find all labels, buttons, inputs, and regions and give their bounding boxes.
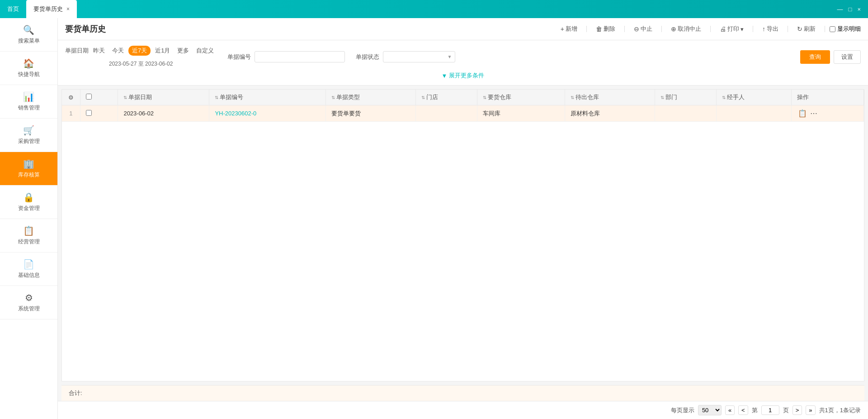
system-icon: ⚙ [25, 292, 33, 303]
th-doctype[interactable]: 单据类型 [326, 90, 416, 105]
row-checkbox[interactable] [80, 105, 118, 122]
search-menu-icon: 🔍 [23, 24, 34, 35]
table-body: 1 2023-06-02 YH-20230602-0 要货单要货 车间库 原材料… [62, 105, 864, 122]
sidebar-item-basic-info[interactable]: 📄 基础信息 [0, 252, 57, 286]
pagination: 每页显示 50 100 200 « < 第 页 > » 共1页，1条记录 [58, 401, 868, 419]
th-dept[interactable]: 部门 [655, 90, 717, 105]
divider4 [710, 26, 711, 32]
first-page-btn[interactable]: « [725, 405, 735, 415]
refresh-button[interactable]: ↻ 刷新 [793, 23, 820, 35]
next-page-btn[interactable]: > [793, 405, 802, 415]
prev-page-btn[interactable]: < [738, 405, 748, 415]
last-page-btn[interactable]: » [806, 405, 815, 415]
sidebar-item-system[interactable]: ⚙ 系统管理 [0, 286, 57, 319]
sidebar-item-ops[interactable]: 📋 经营管理 [0, 219, 57, 252]
setting-button[interactable]: 设置 [834, 50, 861, 64]
status-label: 单据状态 [356, 53, 379, 61]
sidebar-item-purchase[interactable]: 🛒 采购管理 [0, 119, 57, 152]
row-handler [717, 105, 791, 122]
sidebar-item-fund[interactable]: 🔒 资金管理 [0, 186, 57, 219]
row-doctype: 要货单要货 [326, 105, 416, 122]
add-icon: + [561, 25, 564, 33]
sidebar-item-search-menu[interactable]: 🔍 搜索菜单 [0, 18, 57, 52]
th-handler[interactable]: 经手人 [717, 90, 791, 105]
sidebar-item-label-inventory: 库存核算 [18, 171, 40, 179]
maximize-icon[interactable]: □ [849, 6, 852, 13]
sidebar-item-label-fund: 资金管理 [18, 205, 40, 212]
docno-label: 单据编号 [227, 53, 251, 61]
status-select[interactable] [383, 51, 455, 62]
per-page-select[interactable]: 50 100 200 [698, 405, 722, 415]
tab-active[interactable]: 要货单历史 × [26, 0, 77, 18]
expand-more[interactable]: ▼ 展开更多条件 [65, 71, 861, 80]
delete-icon: 🗑 [596, 25, 602, 33]
display-detail-label[interactable]: 显示明细 [830, 25, 861, 33]
main-layout: 🔍 搜索菜单 🏠 快捷导航 📊 销售管理 🛒 采购管理 🏢 库存核算 🔒 资金管… [0, 18, 868, 419]
row-docno[interactable]: YH-20230602-0 [209, 105, 326, 122]
date-opt-more[interactable]: 更多 [175, 46, 192, 56]
docno-filter-group: 单据编号 [227, 51, 345, 62]
th-store[interactable]: 门店 [416, 90, 477, 105]
sales-icon: 📊 [23, 91, 34, 102]
refresh-icon: ↻ [797, 25, 802, 33]
select-all-checkbox[interactable] [86, 94, 92, 100]
date-opt-7days[interactable]: 近7天 [128, 46, 151, 56]
th-ops: 操作 [791, 90, 863, 105]
table-header-row: ⚙ 单据日期 单据编号 单据类型 门店 要货仓库 待出仓库 部门 经手人 操作 [62, 90, 864, 105]
export-button[interactable]: ↑ 导出 [758, 23, 783, 35]
query-button[interactable]: 查询 [800, 50, 830, 64]
th-pending-warehouse[interactable]: 待出仓库 [565, 90, 655, 105]
row-date: 2023-06-02 [118, 105, 209, 122]
filter-area: 单据日期 昨天 今天 近7天 近1月 更多 自定义 2023-05-27 至 2… [58, 40, 868, 86]
more-icon[interactable]: ⋯ [810, 110, 817, 117]
divider5 [753, 26, 753, 32]
table-footer: 合计: [61, 385, 864, 401]
row-ops: 📋 ⋯ [791, 105, 863, 122]
minimize-icon[interactable]: — [837, 6, 843, 13]
window-close-icon[interactable]: × [857, 6, 861, 13]
divider6 [788, 26, 788, 32]
table-row: 1 2023-06-02 YH-20230602-0 要货单要货 车间库 原材料… [62, 105, 864, 122]
close-tab-icon[interactable]: × [66, 6, 70, 12]
date-opt-custom[interactable]: 自定义 [193, 46, 217, 56]
page-title: 要货单历史 [65, 24, 552, 34]
th-docno[interactable]: 单据编号 [209, 90, 326, 105]
cancel-stop-button[interactable]: ⊕ 取消中止 [666, 23, 706, 35]
total-info: 共1页，1条记录 [819, 406, 861, 414]
sidebar-item-inventory[interactable]: 🏢 库存核算 [0, 152, 57, 186]
summary-label: 合计: [69, 390, 82, 396]
purchase-icon: 🛒 [23, 125, 34, 136]
window-controls: — □ × [837, 6, 868, 13]
stop-button[interactable]: ⊖ 中止 [629, 23, 657, 35]
th-req-warehouse[interactable]: 要货仓库 [477, 90, 565, 105]
filter-row: 单据日期 昨天 今天 近7天 近1月 更多 自定义 2023-05-27 至 2… [65, 46, 861, 68]
page-input[interactable] [761, 405, 779, 415]
export-icon: ↑ [762, 25, 765, 33]
add-button[interactable]: + 新增 [556, 23, 582, 35]
inventory-icon: 🏢 [23, 158, 34, 169]
date-opt-yesterday[interactable]: 昨天 [90, 46, 108, 56]
display-detail-checkbox[interactable] [830, 26, 835, 32]
docno-input[interactable] [255, 51, 345, 62]
sidebar-item-label-search: 搜索菜单 [18, 37, 40, 45]
th-date[interactable]: 单据日期 [118, 90, 209, 105]
th-settings[interactable]: ⚙ [62, 90, 80, 105]
fund-icon: 🔒 [23, 192, 34, 203]
sidebar-item-quick-nav[interactable]: 🏠 快捷导航 [0, 52, 57, 85]
th-checkbox[interactable] [80, 90, 118, 105]
date-opt-today[interactable]: 今天 [109, 46, 127, 56]
basic-info-icon: 📄 [23, 259, 34, 270]
sidebar-item-sales[interactable]: 📊 销售管理 [0, 85, 57, 119]
chevron-down-icon: ▼ [442, 72, 448, 79]
row-dept [655, 105, 717, 122]
print-button[interactable]: 🖨 打印 ▾ [715, 23, 748, 35]
delete-button[interactable]: 🗑 删除 [591, 23, 620, 35]
edit-icon[interactable]: 📋 [798, 110, 807, 117]
page-unit: 页 [783, 406, 789, 414]
tab-home[interactable]: 首页 [0, 0, 26, 18]
date-opt-1month[interactable]: 近1月 [152, 46, 173, 56]
stop-icon: ⊖ [634, 25, 639, 33]
row-store [416, 105, 477, 122]
docno-link[interactable]: YH-20230602-0 [215, 110, 256, 117]
per-page-label: 每页显示 [671, 406, 694, 414]
